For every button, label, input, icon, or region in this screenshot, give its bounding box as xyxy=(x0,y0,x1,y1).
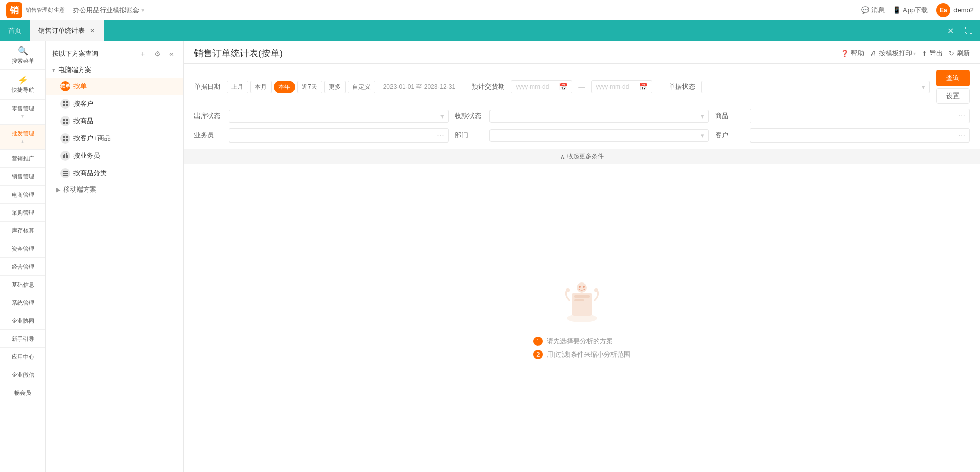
scheme-collapse-button[interactable]: « xyxy=(166,48,177,59)
sidebar-item-apps[interactable]: 应用中心 xyxy=(0,348,45,366)
svg-point-27 xyxy=(594,288,598,292)
sidebar-item-marketing[interactable]: 营销推广 xyxy=(0,150,45,168)
user-area[interactable]: Ea demo2 xyxy=(936,3,974,17)
filter-row-2: 出库状态 ▾ 收款状态 ▾ 商品 ··· xyxy=(194,109,970,123)
page-title: 销售订单统计表(按单) xyxy=(194,47,841,59)
date-btn-last-7days[interactable]: 近7天 xyxy=(297,81,322,93)
scheme-group-mobile-label: 移动端方案 xyxy=(63,185,96,194)
date-btn-this-month[interactable]: 本月 xyxy=(250,81,272,93)
sidebar-wholesale-label: 批发管理 xyxy=(12,130,34,137)
sidebar-item-retail[interactable]: 零售管理 ▾ xyxy=(0,100,45,125)
scheme-add-button[interactable]: + xyxy=(137,48,149,59)
tab-home[interactable]: 首页 xyxy=(0,20,30,41)
svg-rect-2 xyxy=(63,104,65,106)
expected-date-start-input[interactable]: yyyy-mm-dd 📅 xyxy=(511,80,572,93)
tip-2-num: 2 xyxy=(533,350,543,359)
page-actions: ❓ 帮助 🖨 按模板打印 ▾ ⬆ 导出 xyxy=(841,49,970,58)
doc-status-label: 单据状态 xyxy=(669,82,695,91)
avatar: Ea xyxy=(936,3,950,17)
sidebar-item-sales[interactable]: 销售管理 xyxy=(0,168,45,185)
svg-point-25 xyxy=(583,286,585,288)
tab-close-icon[interactable]: ✕ xyxy=(90,27,95,34)
help-button[interactable]: ❓ 帮助 xyxy=(841,49,864,58)
print-dropdown-icon[interactable]: ▾ xyxy=(913,51,916,56)
collapse-label: 收起更多条件 xyxy=(567,152,604,161)
date-btn-more[interactable]: 更多 xyxy=(324,81,346,93)
sidebar-item-wechat[interactable]: 企业微信 xyxy=(0,366,45,384)
sidebar-item-inventory[interactable]: 库存核算 xyxy=(0,222,45,240)
tab-maximize-button[interactable]: ⛶ xyxy=(962,23,976,38)
message-button[interactable]: 💬 消息 xyxy=(861,6,885,15)
doc-status-select[interactable]: ▾ xyxy=(701,81,930,93)
sidebar-item-basic[interactable]: 基础信息 xyxy=(0,276,45,294)
sidebar-item-quicknav[interactable]: ⚡ 快捷导航 xyxy=(0,70,45,99)
product-ellipsis-icon[interactable]: ··· xyxy=(959,111,965,121)
collapse-button[interactable]: ∧ 收起更多条件 xyxy=(560,152,604,161)
sidebar-retail-arrow: ▾ xyxy=(21,113,24,119)
export-icon: ⬆ xyxy=(922,50,927,57)
svg-rect-0 xyxy=(63,101,65,103)
product-select[interactable]: ··· xyxy=(750,109,970,123)
sidebar-item-member[interactable]: 畅会员 xyxy=(0,384,45,402)
tab-close-window-button[interactable]: ✕ xyxy=(943,23,958,38)
sidebar-item-system[interactable]: 系统管理 xyxy=(0,294,45,312)
scheme-item-by-cust-prod[interactable]: 按客户+商品 xyxy=(46,130,183,147)
svg-rect-18 xyxy=(63,175,68,176)
payment-status-label: 收款状态 xyxy=(455,111,485,121)
shipment-status-select[interactable]: ▾ xyxy=(229,110,449,123)
scheme-item-by-salesperson[interactable]: 按业务员 xyxy=(46,147,183,164)
sidebar-newbie-label: 新手引导 xyxy=(12,335,34,342)
expected-date-end-input[interactable]: yyyy-mm-dd 📅 xyxy=(591,80,652,93)
tab-order-stat[interactable]: 销售订单统计表 ✕ xyxy=(30,20,104,41)
scheme-group-mobile-header[interactable]: ▶ 移动端方案 xyxy=(46,182,183,197)
sidebar-system-label: 系统管理 xyxy=(12,299,34,306)
sidebar-item-purchase[interactable]: 采购管理 xyxy=(0,204,45,222)
sidebar-wholesale-arrow: ▴ xyxy=(21,138,24,144)
filter-item-customer: 客户 ··· xyxy=(715,128,970,143)
print-label: 按模板打印 xyxy=(879,49,912,58)
sidebar-finance-label: 资金管理 xyxy=(12,245,34,252)
print-icon: 🖨 xyxy=(870,50,877,57)
salesperson-ellipsis-icon[interactable]: ··· xyxy=(437,131,444,140)
search-button[interactable]: 查询 xyxy=(936,70,970,86)
filter-row-1: 单据日期 上月 本月 本年 近7天 更多 自定义 2023-01-01 至 20… xyxy=(194,70,970,104)
svg-rect-1 xyxy=(66,101,68,103)
scheme-group-pc-header[interactable]: ▾ 电脑端方案 xyxy=(46,62,183,78)
sidebar-item-ops[interactable]: 经营管理 xyxy=(0,258,45,276)
sidebar-item-ecom[interactable]: 电商管理 xyxy=(0,186,45,204)
breadcrumb-arrow-icon[interactable]: ▾ xyxy=(141,6,145,14)
scheme-by-cust-prod-label: 按客户+商品 xyxy=(74,134,111,143)
date-btn-this-year[interactable]: 本年 xyxy=(274,81,295,93)
sidebar-item-search[interactable]: 🔍 搜索菜单 xyxy=(0,41,45,70)
date-btn-last-month[interactable]: 上月 xyxy=(227,81,248,93)
svg-rect-9 xyxy=(66,136,68,138)
salesperson-select[interactable]: ··· xyxy=(229,128,449,143)
customer-ellipsis-icon[interactable]: ··· xyxy=(959,131,965,140)
scheme-settings-button[interactable]: ⚙ xyxy=(152,48,163,59)
scheme-panel: 按以下方案查询 + ⚙ « ▾ 电脑端方案 按单 按单 按 xyxy=(46,41,184,472)
print-button[interactable]: 🖨 按模板打印 ▾ xyxy=(870,49,916,58)
customer-select[interactable]: ··· xyxy=(750,128,970,143)
refresh-button[interactable]: ↻ 刷新 xyxy=(949,49,970,58)
collapse-icon: ∧ xyxy=(560,153,565,160)
scheme-item-by-product[interactable]: 按商品 xyxy=(46,112,183,130)
payment-status-select[interactable]: ▾ xyxy=(489,110,709,123)
sidebar-item-finance[interactable]: 资金管理 xyxy=(0,240,45,258)
shipment-status-arrow-icon: ▾ xyxy=(440,112,444,120)
sidebar-item-newbie[interactable]: 新手引导 xyxy=(0,330,45,348)
date-btn-custom[interactable]: 自定义 xyxy=(348,81,375,93)
sidebar-item-enterprise[interactable]: 企业协同 xyxy=(0,312,45,330)
scheme-item-by-customer[interactable]: 按客户 xyxy=(46,95,183,112)
settings-button[interactable]: 设置 xyxy=(936,88,970,104)
sidebar-item-wholesale[interactable]: 批发管理 ▴ xyxy=(0,125,45,150)
payment-status-arrow-icon: ▾ xyxy=(701,112,704,120)
scheme-item-by-order[interactable]: 按单 按单 xyxy=(46,78,183,95)
export-button[interactable]: ⬆ 导出 xyxy=(922,49,943,58)
scheme-by-order-icon: 按单 xyxy=(60,81,70,91)
collapse-bar[interactable]: ∧ 收起更多条件 xyxy=(184,149,980,164)
date-btn-group: 上月 本月 本年 近7天 更多 自定义 xyxy=(227,81,375,93)
sidebar-member-label: 畅会员 xyxy=(14,389,31,396)
department-select[interactable]: ▾ xyxy=(489,129,709,142)
scheme-item-by-category[interactable]: 按商品分类 xyxy=(46,164,183,182)
app-download-button[interactable]: 📱 App下载 xyxy=(893,6,928,15)
